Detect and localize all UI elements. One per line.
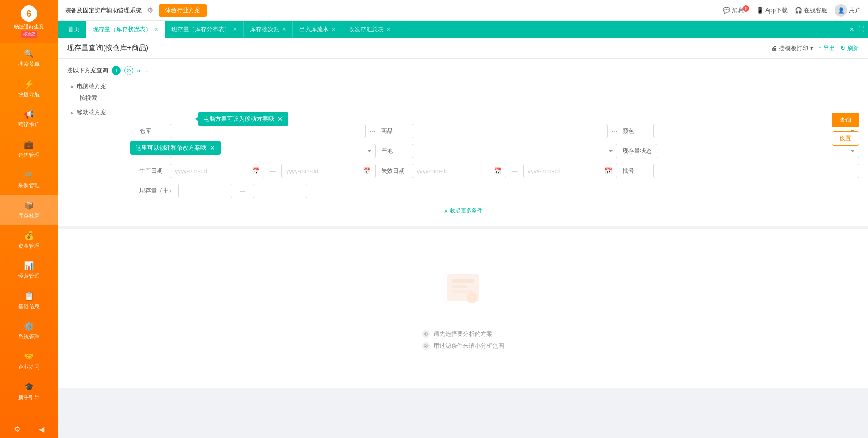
export-btn[interactable]: ↑ 导出: [819, 44, 835, 52]
industry-btn[interactable]: 体验行业方案: [159, 4, 207, 17]
tab-summary-close[interactable]: ✕: [387, 27, 391, 33]
refresh-btn[interactable]: ↻ 刷新: [840, 44, 859, 52]
online-service-btn[interactable]: 🎧 在线客服: [795, 6, 827, 14]
filter-add-btn[interactable]: +: [112, 66, 121, 75]
empty-steps: ① 请先选择要分析的方案 ② 用过滤条件来缩小分析范围: [422, 328, 504, 352]
sidebar-item-quicknav[interactable]: ⚡ 快捷导航: [0, 74, 58, 104]
scheme-pc[interactable]: ▶ 电脑端方案: [71, 80, 859, 92]
print-btn[interactable]: 🖨 按模板打印 ▾: [771, 44, 813, 52]
filter-group-warehouse: 仓库 ···: [139, 124, 376, 138]
scheme-tooltip-1-close[interactable]: ✕: [278, 115, 283, 122]
phone-icon: 📱: [756, 7, 764, 14]
page-actions: 🖨 按模板打印 ▾ ↑ 导出 ↻ 刷新: [771, 44, 859, 52]
production-date-input[interactable]: yyyy-mm-dd 📅: [170, 164, 264, 178]
logo-icon: 6: [21, 5, 37, 22]
sidebar-item-search[interactable]: 🔍 搜索菜单: [0, 43, 58, 74]
user-menu-btn[interactable]: 👤 用户: [835, 4, 861, 17]
production-date-icon: 📅: [252, 167, 259, 174]
tab-batch-close[interactable]: ✕: [282, 27, 286, 33]
quicknav-icon: ⚡: [24, 79, 34, 89]
expiry-date-input[interactable]: yyyy-mm-dd 📅: [412, 164, 506, 178]
filter-group-color: 颜色: [623, 124, 859, 138]
scheme-tooltip-2-close[interactable]: ✕: [210, 144, 215, 151]
expiry-date-label: 失效日期: [381, 167, 408, 175]
goods-input[interactable]: [412, 124, 608, 138]
inventory-icon: 📦: [24, 200, 34, 210]
tab-stock-dist-close[interactable]: ✕: [233, 27, 237, 33]
sidebar-item-basicinfo[interactable]: 📋 基础信息: [0, 286, 58, 316]
filter-copy-btn[interactable]: ⊙: [124, 66, 133, 75]
sidebar-item-management-label: 经营管理: [18, 273, 40, 280]
scheme-pc-search[interactable]: 按搜索: [80, 92, 859, 104]
notification-icon: 💬: [723, 7, 730, 14]
origin-select[interactable]: [412, 144, 618, 158]
reset-btn[interactable]: 设置: [832, 131, 859, 146]
sidebar-settings-btn[interactable]: ⚙: [14, 425, 20, 433]
tabbar: 首页 现存量（库存状况表） ✕ 现存量（库存分布表） ✕ 库存批次账 ✕ 出入库…: [58, 21, 868, 38]
scheme-mobile[interactable]: ▶ 移动端方案: [71, 107, 859, 118]
sidebar-item-guide[interactable]: 🎓 新手引导: [0, 377, 58, 407]
step-2-num: ②: [422, 342, 430, 350]
search-btn[interactable]: 查询: [832, 113, 859, 127]
filter-row-1: 仓库 ··· 商品 ··· 颜色: [139, 124, 859, 138]
scheme-tree: ▶ 电脑端方案 按搜索 ▶ 移动端方案: [67, 80, 859, 118]
tab-stock-status-close[interactable]: ✕: [154, 27, 158, 33]
system-name: 装备及固定资产辅助管理系统: [65, 6, 142, 14]
sidebar-item-inventory-label: 库存核算: [18, 212, 40, 220]
sidebar-item-system[interactable]: ⚙️ 系统管理: [0, 316, 58, 346]
notification-btn[interactable]: 💬 消息 6: [723, 6, 749, 14]
filter-group-batch-no: 批号: [623, 164, 859, 178]
warehouse-dots[interactable]: ···: [369, 127, 375, 135]
batch-no-input[interactable]: [653, 164, 859, 178]
page-content: 现存量查询(按仓库+商品) 🖨 按模板打印 ▾ ↑ 导出 ↻ 刷新: [58, 38, 868, 438]
tab-expand-btn[interactable]: ⛶: [858, 26, 864, 33]
sidebar-item-finance[interactable]: 💰 资金管理: [0, 225, 58, 255]
tab-minimize-btn[interactable]: —: [839, 26, 845, 33]
filter-label: 按以下方案查询: [67, 66, 108, 75]
svg-text:?: ?: [470, 295, 473, 301]
sidebar-collapse-btn[interactable]: ◀: [39, 425, 44, 433]
settings-icon[interactable]: ⚙: [147, 6, 153, 14]
tab-stock-status[interactable]: 现存量（库存状况表） ✕: [86, 21, 165, 38]
sidebar-item-inventory[interactable]: 📦 库存核算: [0, 195, 58, 225]
tab-close-all-btn[interactable]: ✕: [849, 26, 854, 33]
filter-more-btn[interactable]: ···: [144, 67, 149, 74]
warehouse-input[interactable]: [170, 124, 366, 138]
filter-back-btn[interactable]: «: [137, 67, 141, 74]
production-date-end-placeholder: yyyy-mm-dd: [286, 168, 318, 174]
filter-section: 按以下方案查询 + ⊙ « ··· 电脑方案可设为移动方案哦 ✕ ▶ 电脑端方案: [58, 59, 868, 226]
tab-stock-dist[interactable]: 现存量（库存分布表） ✕: [165, 21, 244, 38]
print-dropdown-icon: ▾: [810, 45, 813, 52]
expiry-date-placeholder: yyyy-mm-dd: [417, 168, 449, 174]
warehouse-label: 仓库: [139, 127, 166, 135]
production-date-placeholder: yyyy-mm-dd: [175, 168, 207, 174]
sidebar-item-purchase-label: 采购管理: [18, 182, 40, 189]
stock-status-label: 现存量状态: [623, 147, 652, 155]
tab-summary[interactable]: 收发存汇总表 ✕: [342, 21, 397, 38]
production-date-input-end[interactable]: yyyy-mm-dd 📅: [281, 164, 376, 178]
refresh-icon: ↻: [840, 45, 845, 52]
sidebar-item-sales[interactable]: 💼 销售管理: [0, 134, 58, 165]
export-icon: ↑: [819, 45, 822, 52]
tab-inout-flow-close[interactable]: ✕: [331, 27, 335, 33]
collapse-filter-btn[interactable]: ∧ 收起更多条件: [67, 203, 859, 218]
stock-status-select[interactable]: [656, 144, 859, 158]
tab-batch[interactable]: 库存批次账 ✕: [244, 21, 293, 38]
expiry-date-input-end[interactable]: yyyy-mm-dd 📅: [523, 164, 618, 178]
tab-window-buttons: — ✕ ⛶: [839, 26, 864, 33]
sidebar: 6 畅捷通好生意 标准版 🔍 搜索菜单 ⚡ 快捷导航 📢 营销推广 💼 销售管理…: [0, 0, 58, 438]
color-select[interactable]: [653, 124, 859, 138]
stock-main-input-from[interactable]: [178, 184, 232, 198]
sidebar-item-management[interactable]: 📊 经营管理: [0, 255, 58, 286]
tab-home[interactable]: 首页: [61, 21, 86, 38]
sidebar-item-purchase[interactable]: 🛒 采购管理: [0, 165, 58, 195]
sidebar-item-marketing[interactable]: 📢 营销推广: [0, 104, 58, 134]
tab-inout-flow[interactable]: 出入库流水 ✕: [293, 21, 342, 38]
goods-dots[interactable]: ···: [611, 127, 617, 135]
sidebar-item-guide-label: 新手引导: [18, 394, 40, 401]
stock-main-input-to[interactable]: [253, 184, 307, 198]
app-download-btn[interactable]: 📱 App下载: [756, 6, 788, 14]
sidebar-item-finance-label: 资金管理: [18, 242, 40, 250]
sidebar-item-cooperation[interactable]: 🤝 企业协同: [0, 346, 58, 377]
search-icon: 🔍: [24, 49, 34, 59]
